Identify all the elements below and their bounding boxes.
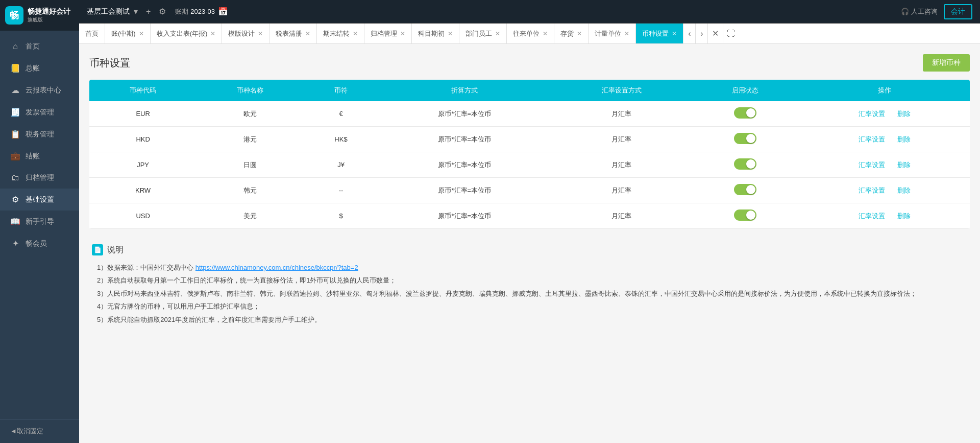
period-value: 2023-03 bbox=[190, 8, 215, 15]
notes-section: 📄 说明 1）数据来源：中国外汇交易中心 https://www.chinamo… bbox=[89, 244, 970, 325]
tab-close-icon[interactable]: ✕ bbox=[624, 30, 629, 37]
toggle-switch[interactable] bbox=[734, 209, 756, 221]
rate-settings-link[interactable]: 汇率设置 bbox=[859, 110, 885, 118]
sidebar-item-settle[interactable]: 💼 结账 bbox=[0, 145, 79, 167]
tab-close-icon[interactable]: ✕ bbox=[400, 30, 405, 37]
currency-symbol: J¥ bbox=[304, 152, 378, 178]
page-header: 币种设置 新增币种 bbox=[89, 54, 970, 72]
delete-link[interactable]: 删除 bbox=[897, 186, 911, 194]
sidebar-item-reports[interactable]: ☁ 云报表中心 bbox=[0, 79, 79, 101]
tab-label: 收入支出表(年报) bbox=[157, 29, 208, 38]
logo-icon: 畅 bbox=[5, 6, 23, 25]
tab---[interactable]: 存货✕ bbox=[554, 24, 589, 44]
action-cell: 汇率设置 删除 bbox=[799, 203, 970, 229]
calendar-icon[interactable]: 📅 bbox=[218, 7, 228, 16]
currency-code: HKD bbox=[89, 127, 197, 152]
account-button[interactable]: 会计 bbox=[944, 4, 972, 19]
tab-close-icon[interactable]: ✕ bbox=[495, 30, 500, 37]
tab-label: 模版设计 bbox=[228, 29, 255, 38]
new-currency-button[interactable]: 新增币种 bbox=[923, 54, 970, 72]
col-header-操作: 操作 bbox=[799, 80, 970, 101]
tab-----[interactable]: 税表清册✕ bbox=[270, 24, 317, 44]
settings-icon[interactable]: ⚙ bbox=[159, 7, 166, 16]
tab-close-icon[interactable]: ✕ bbox=[672, 30, 677, 37]
tax-icon: 📋 bbox=[10, 129, 20, 139]
tab------[interactable]: 账(中期)✕ bbox=[105, 24, 151, 44]
tab-----[interactable]: 币种设置✕ bbox=[636, 24, 683, 44]
home-icon: ⌂ bbox=[10, 42, 20, 51]
tab---[interactable]: 首页 bbox=[79, 24, 105, 44]
sidebar-label-settings: 基础设置 bbox=[26, 195, 54, 204]
sidebar-item-archive[interactable]: 🗂 归档管理 bbox=[0, 167, 79, 189]
tab-close-icon[interactable]: ✕ bbox=[543, 30, 548, 37]
sidebar-label-home: 首页 bbox=[26, 42, 40, 51]
toggle-switch[interactable] bbox=[734, 133, 756, 144]
tab-close-icon[interactable]: ✕ bbox=[353, 30, 358, 37]
enabled-status bbox=[692, 152, 799, 178]
close-all-tabs-button[interactable]: ✕ bbox=[708, 24, 723, 44]
page-title: 币种设置 bbox=[89, 56, 130, 70]
currency-name: 美元 bbox=[197, 203, 304, 229]
sidebar-item-home[interactable]: ⌂ 首页 bbox=[0, 36, 79, 57]
tab-label: 税表清册 bbox=[276, 29, 302, 38]
tab-close-icon[interactable]: ✕ bbox=[305, 30, 310, 37]
tab-close-icon[interactable]: ✕ bbox=[577, 30, 582, 37]
company-dropdown-icon[interactable]: ▾ bbox=[134, 7, 138, 16]
calc-method: 原币*汇率=本位币 bbox=[378, 127, 551, 152]
topbar-right: 🎧 人工咨询 会计 bbox=[901, 4, 972, 19]
table-row: JPY日圆J¥原币*汇率=本位币月汇率 汇率设置 删除 bbox=[89, 152, 970, 178]
tab-close-icon[interactable]: ✕ bbox=[139, 30, 144, 37]
col-header-汇率设置方式: 汇率设置方式 bbox=[551, 80, 692, 101]
tab-----[interactable]: 计量单位✕ bbox=[589, 24, 636, 44]
calc-method: 原币*汇率=本位币 bbox=[378, 203, 551, 229]
add-tab-button[interactable]: + bbox=[146, 7, 151, 16]
toggle-switch[interactable] bbox=[734, 107, 756, 119]
guide-icon: 📖 bbox=[10, 217, 20, 226]
toggle-switch[interactable] bbox=[734, 158, 756, 170]
tab-label: 首页 bbox=[85, 29, 99, 38]
delete-link[interactable]: 删除 bbox=[897, 135, 911, 143]
sidebar-item-member[interactable]: ✦ 畅会员 bbox=[0, 232, 79, 254]
col-header-启用状态: 启用状态 bbox=[692, 80, 799, 101]
sidebar-footer-pin[interactable]: ◄取消固定 bbox=[0, 419, 79, 443]
source-link[interactable]: https://www.chinamoney.com.cn/chinese/bk… bbox=[195, 264, 358, 271]
tab-close-icon[interactable]: ✕ bbox=[448, 30, 453, 37]
tabbar: 首页账(中期)✕收入支出表(年报)✕模版设计✕税表清册✕期末结转✕归档管理✕科目… bbox=[79, 24, 980, 44]
toggle-switch[interactable] bbox=[734, 184, 756, 195]
tab-----[interactable]: 模版设计✕ bbox=[222, 24, 270, 44]
rate-settings-link[interactable]: 汇率设置 bbox=[859, 186, 885, 194]
fullscreen-button[interactable]: ⛶ bbox=[723, 24, 739, 44]
period-label: 账期 bbox=[175, 7, 188, 16]
logo-main: 畅捷通好会计 bbox=[28, 7, 70, 16]
rate-settings-link[interactable]: 汇率设置 bbox=[859, 135, 885, 143]
delete-link[interactable]: 删除 bbox=[897, 110, 911, 118]
rate-settings-link[interactable]: 汇率设置 bbox=[859, 161, 885, 169]
tab-prev-button[interactable]: ‹ bbox=[683, 24, 696, 44]
tab-----[interactable]: 归档管理✕ bbox=[364, 24, 412, 44]
tab-----[interactable]: 科目期初✕ bbox=[412, 24, 459, 44]
sidebar-item-invoice[interactable]: 🧾 发票管理 bbox=[0, 101, 79, 123]
sidebar-item-ledger[interactable]: 📒 总账 bbox=[0, 57, 79, 79]
delete-link[interactable]: 删除 bbox=[897, 161, 911, 169]
delete-link[interactable]: 删除 bbox=[897, 212, 911, 220]
tab-----[interactable]: 部门员工✕ bbox=[459, 24, 507, 44]
headset-icon: 🎧 bbox=[901, 8, 909, 15]
sidebar-item-tax[interactable]: 📋 税务管理 bbox=[0, 123, 79, 145]
tab-close-icon[interactable]: ✕ bbox=[258, 30, 263, 37]
note-item-5: 5）系统只能自动抓取2021年度后的汇率，之前年度汇率需要用户手工维护。 bbox=[97, 314, 967, 325]
table-row: KRW韩元--原币*汇率=本位币月汇率 汇率设置 删除 bbox=[89, 178, 970, 203]
help-button[interactable]: 🎧 人工咨询 bbox=[901, 7, 938, 16]
tab-----[interactable]: 往来单位✕ bbox=[507, 24, 554, 44]
rate-settings-link[interactable]: 汇率设置 bbox=[859, 212, 885, 220]
enabled-status bbox=[692, 127, 799, 152]
calc-method: 原币*汇率=本位币 bbox=[378, 152, 551, 178]
sidebar-label-ledger: 总账 bbox=[26, 64, 40, 73]
sidebar-item-settings[interactable]: ⚙ 基础设置 bbox=[0, 189, 79, 211]
sidebar-label-reports: 云报表中心 bbox=[26, 86, 61, 95]
tab-----[interactable]: 期末结转✕ bbox=[317, 24, 364, 44]
action-cell: 汇率设置 删除 bbox=[799, 152, 970, 178]
tab-next-button[interactable]: › bbox=[696, 24, 708, 44]
sidebar-item-guide[interactable]: 📖 新手引导 bbox=[0, 211, 79, 232]
tab-close-icon[interactable]: ✕ bbox=[210, 30, 215, 37]
tab----------[interactable]: 收入支出表(年报)✕ bbox=[151, 24, 223, 44]
